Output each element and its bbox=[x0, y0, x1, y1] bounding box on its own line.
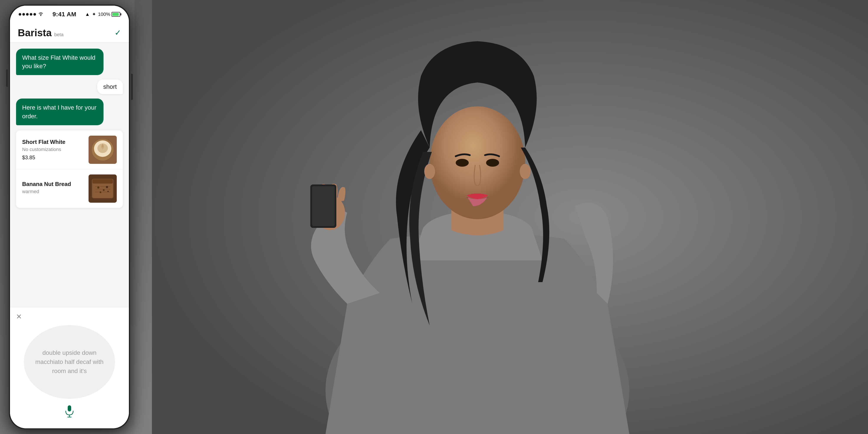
signal-dot-1 bbox=[19, 13, 21, 16]
signal-dot-2 bbox=[22, 13, 25, 16]
close-voice-button[interactable]: ✕ bbox=[16, 312, 123, 321]
wifi-icon bbox=[38, 11, 44, 18]
order-item-2-customization: warmed bbox=[22, 189, 85, 194]
svg-point-26 bbox=[100, 191, 101, 193]
phone-screen: 9:41 AM ▲ ✦ 100% Barista beta bbox=[10, 6, 129, 428]
phone-frame: 9:41 AM ▲ ✦ 100% Barista beta bbox=[9, 4, 130, 430]
order-item-1: Short Flat White No customizations $3.85 bbox=[16, 130, 123, 169]
svg-point-6 bbox=[520, 164, 531, 179]
battery-area: 100% bbox=[98, 11, 120, 17]
bot-message-2: Here is what I have for your order. bbox=[16, 98, 103, 125]
svg-point-25 bbox=[106, 186, 108, 188]
svg-point-3 bbox=[456, 159, 469, 167]
status-bar-left bbox=[19, 11, 44, 18]
battery-percent: 100% bbox=[98, 11, 110, 17]
svg-rect-19 bbox=[92, 179, 113, 184]
bluetooth-icon: ✦ bbox=[92, 11, 96, 17]
order-item-1-name: Short Flat White bbox=[22, 139, 85, 145]
status-bar-right: ▲ ✦ 100% bbox=[85, 11, 120, 17]
svg-point-11 bbox=[40, 15, 41, 16]
order-item-1-price: $3.85 bbox=[22, 155, 85, 161]
svg-point-24 bbox=[103, 189, 104, 191]
person-silhouette bbox=[152, 0, 868, 434]
chat-area: What size Flat White would you like? sho… bbox=[10, 42, 129, 307]
svg-point-27 bbox=[107, 191, 109, 192]
nav-title-area: Barista beta bbox=[18, 27, 64, 39]
banana-bread-image bbox=[89, 175, 117, 203]
order-item-1-customization: No customizations bbox=[22, 147, 85, 152]
nav-checkmark-icon[interactable]: ✓ bbox=[115, 28, 121, 37]
battery-icon bbox=[112, 12, 120, 17]
signal-strength bbox=[19, 13, 36, 16]
battery-fill bbox=[113, 13, 119, 16]
app-title: Barista bbox=[18, 27, 52, 39]
svg-rect-28 bbox=[68, 405, 71, 411]
location-icon: ▲ bbox=[85, 11, 90, 17]
order-card: Short Flat White No customizations $3.85 bbox=[16, 130, 123, 208]
order-item-2-name: Banana Nut Bread bbox=[22, 181, 85, 187]
phone-wrapper: 9:41 AM ▲ ✦ 100% Barista beta bbox=[9, 4, 130, 430]
status-time: 9:41 AM bbox=[53, 11, 76, 18]
order-item-1-info: Short Flat White No customizations $3.85 bbox=[22, 139, 85, 161]
signal-dot-3 bbox=[26, 13, 29, 16]
svg-point-23 bbox=[97, 186, 99, 189]
voice-input-area[interactable]: ✕ double upside down macchiato half deca… bbox=[10, 307, 129, 428]
voice-oval: double upside down macchiato half decaf … bbox=[24, 325, 115, 399]
svg-point-4 bbox=[486, 159, 499, 167]
user-reply: short bbox=[97, 80, 123, 94]
order-item-2: Banana Nut Bread warmed bbox=[16, 169, 123, 208]
microphone-icon[interactable] bbox=[64, 405, 75, 421]
signal-dot-5 bbox=[33, 13, 36, 16]
svg-point-5 bbox=[424, 164, 435, 179]
nav-bar: Barista beta ✓ bbox=[10, 23, 129, 42]
svg-rect-10 bbox=[312, 186, 335, 226]
order-item-2-info: Banana Nut Bread warmed bbox=[22, 181, 85, 196]
signal-dot-4 bbox=[30, 13, 32, 16]
bot-message-1: What size Flat White would you like? bbox=[16, 49, 103, 75]
status-bar: 9:41 AM ▲ ✦ 100% bbox=[10, 6, 129, 23]
voice-transcript: double upside down macchiato half decaf … bbox=[24, 348, 115, 376]
flat-white-image bbox=[89, 135, 117, 164]
beta-label: beta bbox=[54, 32, 64, 37]
